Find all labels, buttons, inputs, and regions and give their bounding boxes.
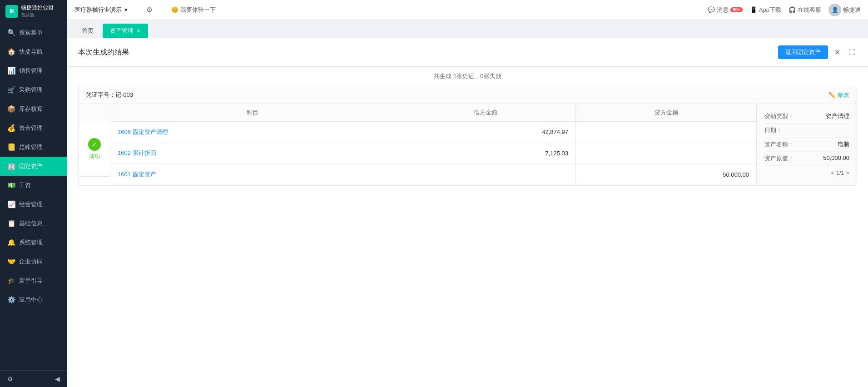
experience-button[interactable]: 😊 我要体验一下: [171, 6, 216, 14]
enterprise-icon: 🤝: [7, 258, 15, 266]
sidebar-item-label: 新手引导: [19, 277, 43, 285]
purchase-icon: 🛒: [7, 86, 15, 94]
summary-line: 共生成 1张凭证，0张失败: [67, 67, 868, 86]
sidebar-item-label: 快捷导航: [19, 48, 43, 56]
sidebar-item-salary[interactable]: 💵 工资: [0, 176, 67, 195]
sidebar-item-label: 系统管理: [19, 238, 43, 247]
voucher-table: 科目 借方金额 贷方金额 1606 固定资产清理 42,874.97: [110, 104, 757, 185]
app-name: 畅捷通好业财: [21, 5, 54, 12]
collapse-icon[interactable]: ◀: [55, 375, 60, 382]
sidebar-item-fixed-assets[interactable]: 🏢 固定资产: [0, 157, 67, 176]
sidebar-item-enterprise[interactable]: 🤝 企业协同: [0, 252, 67, 271]
avatar: 👤: [828, 4, 841, 16]
sidebar: 财 畅捷通好业财 普及版 🔍 搜索菜单 🏠 快捷导航 📊 销售管理 🛒 采: [0, 0, 67, 387]
asset-value-row: 资产原值： 50,000.00: [764, 152, 849, 166]
topbar-right: 💬 消息 99+ 📱 App下载 🎧 在线客服 👤 畅捷通: [708, 4, 861, 16]
company-name: 医疗器械行业演示: [74, 6, 122, 14]
status-icon: ✓: [88, 138, 101, 151]
subject-cell[interactable]: 1601 固定资产: [110, 164, 395, 185]
change-type-row: 变动类型： 资产清理: [764, 109, 849, 124]
sidebar-item-basic[interactable]: 📋 基础信息: [0, 214, 67, 233]
col-debit: 借方金额: [395, 104, 576, 122]
ledger-icon: 📒: [7, 143, 15, 151]
tab-asset-management[interactable]: 资产管理 ✕: [103, 24, 148, 38]
credit-cell: 50,000.00: [576, 164, 757, 185]
app-edition: 普及版: [21, 12, 54, 18]
tab-close-icon[interactable]: ✕: [136, 28, 141, 34]
sidebar-item-app-center[interactable]: ⚙️ 应用中心: [0, 290, 67, 309]
sidebar-item-label: 经营管理: [19, 200, 43, 208]
sidebar-item-guide[interactable]: 🎓 新手引导: [0, 271, 67, 290]
message-button[interactable]: 💬 消息 99+: [708, 6, 743, 14]
sidebar-item-inventory[interactable]: 📦 库存核算: [0, 99, 67, 119]
sidebar-item-label: 企业协同: [19, 258, 43, 266]
debit-cell: 42,874.97: [395, 122, 576, 143]
sidebar-item-search[interactable]: 🔍 搜索菜单: [0, 23, 67, 42]
debit-cell: 7,125.03: [395, 143, 576, 164]
service-icon: 🎧: [789, 6, 796, 13]
table-row: 1606 固定资产清理 42,874.97: [110, 122, 757, 143]
sidebar-item-label: 销售管理: [19, 67, 43, 75]
experience-label: 我要体验一下: [180, 6, 216, 14]
expand-button[interactable]: ⛶: [846, 47, 857, 58]
operations-icon: 📈: [7, 200, 15, 208]
online-service-label: 在线客服: [798, 6, 821, 14]
topbar-divider2: [162, 5, 162, 15]
subject-cell[interactable]: 1602 累计折旧: [110, 143, 395, 164]
topbar-settings-icon[interactable]: ⚙: [146, 5, 153, 14]
status-text: 成功: [89, 153, 100, 160]
sidebar-item-operations[interactable]: 📈 经营管理: [0, 195, 67, 214]
sidebar-item-purchase[interactable]: 🛒 采购管理: [0, 80, 67, 99]
asset-value-value: 50,000.00: [823, 154, 849, 163]
change-type-value: 资产清理: [826, 112, 849, 120]
tab-home[interactable]: 首页: [74, 24, 101, 38]
date-label: 日期：: [764, 126, 782, 134]
asset-name-label: 资产名称：: [764, 140, 794, 149]
edit-icon: ✏️: [828, 92, 836, 99]
guide-icon: 🎓: [7, 277, 15, 285]
sidebar-item-system[interactable]: 🔔 系统管理: [0, 233, 67, 252]
app-download-button[interactable]: 📱 App下载: [750, 6, 781, 14]
side-info-panel: 变动类型： 资产清理 日期： 资产名称： 电脑 资产原值：: [757, 104, 857, 185]
dropdown-icon: ▾: [124, 6, 128, 13]
sidebar-item-funds[interactable]: 💰 资金管理: [0, 119, 67, 138]
tabbar: 首页 资产管理 ✕: [67, 20, 868, 38]
voucher-section: 凭证字号：记-003 ✏️ 修改 ✓ 成功: [78, 86, 857, 186]
basic-icon: 📋: [7, 219, 15, 228]
sidebar-item-label: 库存核算: [19, 105, 43, 113]
home-icon: 🏠: [7, 48, 15, 56]
logo-icon: 财: [5, 5, 18, 18]
fixed-assets-icon: 🏢: [7, 162, 15, 170]
system-icon: 🔔: [7, 238, 15, 247]
sidebar-item-quicknav[interactable]: 🏠 快捷导航: [0, 42, 67, 61]
company-selector[interactable]: 医疗器械行业演示 ▾: [74, 6, 128, 14]
sidebar-item-label: 固定资产: [19, 162, 43, 170]
credit-cell: [576, 122, 757, 143]
result-panel: 本次生成的结果 返回固定资产 ✕ ⛶ 共生成 1张凭证，0张失败 凭证字号：记-…: [67, 38, 868, 387]
table-row: 1602 累计折旧 7,125.03: [110, 143, 757, 164]
date-row: 日期：: [764, 124, 849, 138]
subject-cell[interactable]: 1606 固定资产清理: [110, 122, 395, 143]
message-badge: 99+: [730, 7, 743, 12]
sidebar-item-label: 基础信息: [19, 219, 43, 228]
settings-icon[interactable]: ⚙: [7, 375, 13, 382]
result-title: 本次生成的结果: [78, 48, 129, 57]
funds-icon: 💰: [7, 124, 15, 132]
return-button[interactable]: 返回固定资产: [778, 45, 828, 59]
pagination[interactable]: < 1/1 >: [764, 166, 849, 180]
user-menu[interactable]: 👤 畅捷通: [828, 4, 861, 16]
app-logo: 财 畅捷通好业财 普及版: [0, 0, 67, 23]
message-icon: 💬: [708, 6, 715, 13]
sidebar-item-sales[interactable]: 📊 销售管理: [0, 61, 67, 80]
close-button[interactable]: ✕: [832, 47, 843, 58]
sidebar-item-label: 工资: [19, 181, 31, 189]
edit-button[interactable]: ✏️ 修改: [828, 91, 849, 99]
sidebar-item-ledger[interactable]: 📒 总账管理: [0, 138, 67, 157]
search-icon: 🔍: [7, 29, 15, 37]
sidebar-item-label: 资金管理: [19, 124, 43, 132]
app-download-icon: 📱: [750, 6, 757, 13]
debit-cell: [395, 164, 576, 185]
voucher-number: 凭证字号：记-003: [86, 91, 133, 99]
online-service-button[interactable]: 🎧 在线客服: [789, 6, 821, 14]
asset-name-row: 资产名称： 电脑: [764, 138, 849, 152]
